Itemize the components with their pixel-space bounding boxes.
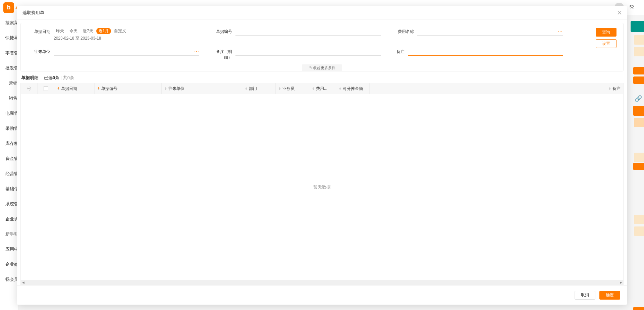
gear-icon [27, 86, 32, 91]
select-all-cell[interactable] [38, 83, 54, 94]
filter-fee-name: 费用名称 ⋯ [391, 28, 563, 41]
date-range-pills: 昨天今天近7天近1月自定义 [54, 28, 199, 34]
selected-count: 已选0条 [44, 75, 61, 80]
filter-date: 单据日期 昨天今天近7天近1月自定义 2023-02-18 至 2023-03-… [28, 28, 199, 41]
modal-header: 选取费用单 [17, 6, 627, 19]
select-all-checkbox[interactable] [44, 86, 48, 91]
partner-input[interactable] [54, 48, 199, 56]
collapse-more-button[interactable]: 收起更多条件 [302, 64, 342, 71]
table-header: ▲▼单据日期▲▼单据编号▲▼往来单位▲▼部门▲▼业务员▲▼费用...▲▼可分摊金… [21, 83, 623, 94]
close-button[interactable] [616, 9, 623, 16]
scroll-right-icon[interactable]: ▶ [619, 280, 623, 285]
filter-partner-label: 往来单位 [28, 48, 54, 55]
column-label: 备注 [612, 86, 621, 92]
selected-count-wrap: 已选0条 | 共0条 [44, 75, 74, 81]
scroll-track[interactable] [25, 281, 619, 284]
docno-input[interactable] [235, 28, 381, 36]
date-pill[interactable]: 近1月 [96, 28, 111, 34]
column-label: 部门 [249, 86, 257, 92]
horizontal-scrollbar[interactable]: ◀ ▶ [21, 280, 623, 285]
sort-icon: ▲▼ [339, 87, 341, 90]
column-header-partner[interactable]: ▲▼往来单位 [162, 83, 242, 94]
settings-button[interactable]: 设置 [596, 39, 616, 48]
remark-detail-input[interactable] [235, 48, 381, 56]
column-header-fee[interactable]: ▲▼费用... [309, 83, 336, 94]
fee-name-more-icon[interactable]: ⋯ [558, 29, 563, 34]
tab-detail[interactable]: 单据明细 [21, 75, 39, 81]
column-header-date[interactable]: ▲▼单据日期 [54, 83, 95, 94]
modal-footer: 取消 确定 [17, 285, 627, 305]
column-header-alloc[interactable]: ▲▼可分摊金额 [336, 83, 370, 94]
collapse-label: 收起更多条件 [313, 65, 335, 70]
filter-remark-detail-label: 备注（明细） [209, 48, 235, 60]
column-settings-button[interactable] [21, 83, 38, 94]
cancel-button[interactable]: 取消 [575, 291, 595, 300]
date-pill[interactable]: 自定义 [112, 28, 128, 34]
close-icon [618, 11, 622, 15]
collapse-up-icon [309, 66, 312, 69]
filter-panel: 单据日期 昨天今天近7天近1月自定义 2023-02-18 至 2023-03-… [20, 23, 624, 71]
sort-icon: ▲▼ [164, 87, 167, 90]
date-pill[interactable]: 近7天 [80, 28, 96, 34]
modal-title: 选取费用单 [22, 10, 44, 16]
remark-input[interactable] [408, 48, 563, 56]
sort-icon: ▲▼ [57, 87, 60, 90]
sort-icon: ▲▼ [312, 87, 315, 90]
column-label: 单据编号 [101, 86, 117, 92]
query-button[interactable]: 查询 [596, 28, 616, 37]
filter-remark-detail: 备注（明细） [209, 48, 381, 60]
date-pill[interactable]: 昨天 [54, 28, 66, 34]
filter-docno: 单据编号 [209, 28, 381, 41]
sort-icon: ▲▼ [608, 87, 611, 90]
column-label: 业务员 [282, 86, 294, 92]
filter-remark: 备注 [391, 48, 563, 60]
modal-body: 单据日期 昨天今天近7天近1月自定义 2023-02-18 至 2023-03-… [17, 19, 627, 285]
column-label: 费用... [316, 86, 327, 92]
sort-icon: ▲▼ [245, 87, 248, 90]
date-range-text: 2023-02-18 至 2023-03-18 [54, 36, 199, 41]
filter-date-label: 单据日期 [28, 28, 54, 35]
column-header-dept[interactable]: ▲▼部门 [242, 83, 276, 94]
column-header-remark[interactable]: ▲▼备注 [370, 83, 623, 94]
total-count: 共0条 [63, 75, 74, 80]
filter-fee-name-label: 费用名称 [391, 28, 417, 35]
modal-overlay: 选取费用单 单据日期 昨天今天近7天近1月自定义 2023-02-18 至 20… [0, 0, 644, 310]
sort-icon: ▲▼ [278, 87, 281, 90]
sort-icon: ▲▼ [97, 87, 100, 90]
date-pill[interactable]: 今天 [67, 28, 80, 34]
svg-point-0 [29, 88, 30, 89]
column-header-clerk[interactable]: ▲▼业务员 [276, 83, 309, 94]
scroll-left-icon[interactable]: ◀ [21, 280, 25, 285]
table: ▲▼单据日期▲▼单据编号▲▼往来单位▲▼部门▲▼业务员▲▼费用...▲▼可分摊金… [20, 83, 624, 285]
column-label: 往来单位 [168, 86, 184, 92]
confirm-button[interactable]: 确定 [599, 291, 620, 300]
filter-partner: 往来单位 ⋯ [28, 48, 199, 60]
fee-name-input[interactable] [417, 28, 563, 36]
partner-more-icon[interactable]: ⋯ [194, 49, 199, 54]
column-label: 可分摊金额 [343, 86, 363, 92]
filter-docno-label: 单据编号 [209, 28, 235, 35]
column-label: 单据日期 [61, 86, 77, 92]
filter-remark-label: 备注 [391, 48, 408, 55]
column-header-docno[interactable]: ▲▼单据编号 [95, 83, 162, 94]
table-empty: 暂无数据 [21, 94, 623, 280]
select-fee-modal: 选取费用单 单据日期 昨天今天近7天近1月自定义 2023-02-18 至 20… [17, 6, 627, 305]
tabs-row: 单据明细 已选0条 | 共0条 [20, 71, 624, 83]
